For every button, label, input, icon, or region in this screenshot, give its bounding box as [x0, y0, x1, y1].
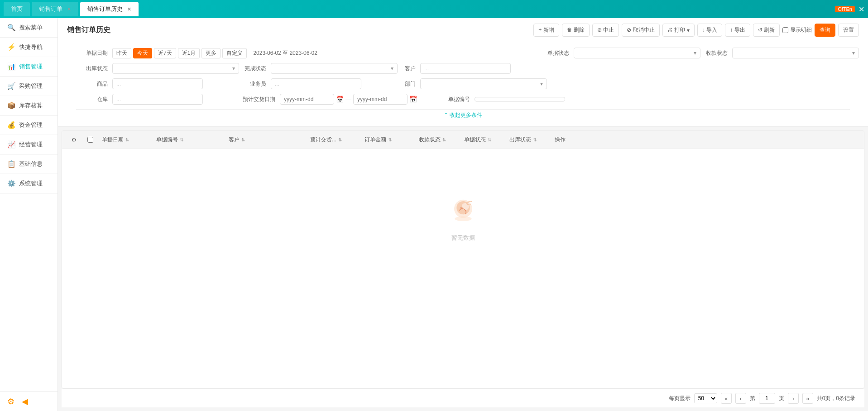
table-col-customer[interactable]: 客户 ⇅: [225, 136, 307, 144]
import-button[interactable]: ↓ 导入: [697, 24, 722, 37]
order-number-control: [475, 97, 592, 102]
settings-button[interactable]: 设置: [838, 24, 859, 37]
stop-button[interactable]: ⊘ 中止: [592, 24, 619, 37]
goods-input[interactable]: ...: [112, 78, 203, 89]
inventory-icon: 📦: [7, 102, 15, 110]
table-settings-icon[interactable]: ⚙: [72, 137, 77, 143]
page-label: 第: [750, 395, 755, 402]
total-text: 共0页，0条记录: [817, 395, 855, 402]
date-yesterday-btn[interactable]: 昨天: [112, 48, 131, 58]
tab-sales-order[interactable]: 销售订单 ✕: [32, 2, 78, 16]
delivery-date-start[interactable]: [280, 94, 334, 105]
tab-sales-order-history-close[interactable]: ✕: [127, 6, 131, 12]
tab-sales-order-close[interactable]: ✕: [67, 6, 71, 12]
page-size-select[interactable]: 50 20 100: [694, 393, 717, 403]
col-number-label: 单据编号: [156, 136, 178, 144]
table-col-date[interactable]: 单据日期 ⇅: [98, 136, 153, 144]
customer-input[interactable]: ...: [420, 63, 511, 74]
date-filter-control: 昨天 今天 近7天 近1月 更多 自定义 2023-06-02 至 2023-0…: [112, 48, 542, 58]
show-detail-checkbox[interactable]: [782, 27, 788, 33]
date-range-text: 2023-06-02 至 2023-06-02: [253, 49, 317, 57]
main-layout: 🔍 搜索菜单 ⚡ 快捷导航 📊 销售管理 🛒 采购管理 📦 库存核算 💰 资金管…: [0, 18, 868, 411]
print-label: 🖨 打印: [667, 26, 685, 34]
date-filter-label: 单据日期: [76, 49, 112, 57]
table-settings-col[interactable]: ⚙: [66, 137, 82, 143]
col-receipt-sort[interactable]: ⇅: [442, 137, 446, 142]
dept-select[interactable]: ▾: [420, 78, 547, 89]
table-col-out[interactable]: 出库状态 ⇅: [506, 136, 551, 144]
svg-point-3: [461, 203, 469, 210]
export-button[interactable]: ↑ 导出: [725, 24, 750, 37]
col-date-sort[interactable]: ⇅: [125, 137, 129, 142]
date-more-btn[interactable]: 更多: [201, 48, 221, 58]
table-col-amount[interactable]: 订单金额 ⇅: [361, 136, 415, 144]
show-detail-checkbox-label[interactable]: 显示明细: [782, 26, 812, 34]
calendar-start-icon[interactable]: 📅: [336, 96, 344, 103]
sidebar-item-quick-nav[interactable]: ⚡ 快捷导航: [0, 38, 58, 57]
page-number-input[interactable]: [759, 393, 775, 404]
date-7days-btn[interactable]: 近7天: [154, 48, 176, 58]
sidebar-item-sales-mgmt[interactable]: 📊 销售管理: [0, 57, 58, 77]
tab-sales-order-history[interactable]: 销售订单历史 ✕: [80, 2, 139, 16]
date-today-btn[interactable]: 今天: [133, 48, 152, 58]
complete-status-control: ▾: [271, 63, 388, 74]
last-page-btn[interactable]: »: [802, 393, 813, 404]
col-number-sort[interactable]: ⇅: [180, 137, 183, 142]
purchase-mgmt-icon: 🛒: [7, 82, 15, 90]
table-checkbox-col[interactable]: [82, 137, 98, 143]
prev-page-btn[interactable]: ‹: [735, 393, 746, 404]
salesperson-dots: ...: [275, 81, 279, 87]
print-button[interactable]: 🖨 打印 ▾: [662, 24, 695, 37]
page-size-label: 每页显示: [669, 395, 691, 402]
basic-info-icon: 📋: [7, 160, 15, 168]
table-col-status[interactable]: 单据状态 ⇅: [460, 136, 506, 144]
sidebar-item-basic-info[interactable]: 📋 基础信息: [0, 155, 58, 174]
table-select-all[interactable]: [87, 137, 93, 143]
warehouse-input[interactable]: ...: [112, 94, 203, 105]
sidebar-item-search-menu[interactable]: 🔍 搜索菜单: [0, 18, 58, 38]
date-1month-btn[interactable]: 近1月: [178, 48, 200, 58]
out-status-dropdown-icon: ▾: [232, 65, 235, 72]
system-mgmt-icon: ⚙️: [7, 179, 15, 188]
svg-point-1: [455, 216, 471, 221]
filter-row-2: 出库状态 ▾ 完成状态 ▾ 客户: [76, 63, 850, 74]
col-status-sort[interactable]: ⇅: [488, 137, 491, 142]
date-custom-btn[interactable]: 自定义: [222, 48, 247, 58]
col-amount-sort[interactable]: ⇅: [388, 137, 392, 142]
first-page-btn[interactable]: «: [721, 393, 732, 404]
receipt-status-select[interactable]: ▾: [732, 48, 859, 58]
col-out-sort[interactable]: ⇅: [533, 137, 537, 142]
col-customer-sort[interactable]: ⇅: [241, 137, 245, 142]
refresh-button[interactable]: ↺ 刷新: [753, 24, 780, 37]
delete-button[interactable]: 🗑 删除: [562, 24, 590, 37]
table-col-delivery[interactable]: 预计交货... ⇅: [307, 136, 361, 144]
tab-home[interactable]: 首页: [4, 2, 30, 16]
out-status-select[interactable]: ▾: [112, 63, 239, 74]
complete-status-select[interactable]: ▾: [271, 63, 398, 74]
calendar-end-icon[interactable]: 📅: [409, 96, 417, 103]
order-status-select[interactable]: ▾: [574, 48, 700, 58]
col-delivery-sort[interactable]: ⇅: [338, 137, 342, 142]
topbar-close-icon[interactable]: ✕: [858, 5, 864, 14]
sidebar-item-purchase-mgmt[interactable]: 🛒 采购管理: [0, 77, 58, 96]
query-button[interactable]: 查询: [815, 24, 835, 37]
sidebar-item-inventory[interactable]: 📦 库存核算: [0, 96, 58, 116]
cancel-stop-button[interactable]: ⊘ 取消中止: [622, 24, 659, 37]
collapse-row[interactable]: ⌃ 收起更多条件: [76, 109, 850, 121]
new-button[interactable]: + 新增: [533, 24, 559, 37]
next-page-btn[interactable]: ›: [788, 393, 799, 404]
sidebar-toggle-icon[interactable]: ◀: [22, 396, 28, 406]
sidebar-item-finance[interactable]: 💰 资金管理: [0, 116, 58, 135]
sidebar-item-operation-label: 经营管理: [19, 140, 43, 149]
sidebar-item-system-mgmt[interactable]: ⚙️ 系统管理: [0, 174, 58, 193]
salesperson-input[interactable]: ...: [271, 78, 361, 89]
page-title: 销售订单历史: [67, 25, 110, 35]
receipt-status-control: ▾: [732, 48, 850, 58]
sidebar-item-operation[interactable]: 📈 经营管理: [0, 135, 58, 155]
sidebar-settings-icon[interactable]: ⚙: [7, 396, 14, 406]
order-number-input[interactable]: [475, 97, 565, 102]
table-col-number[interactable]: 单据编号 ⇅: [153, 136, 225, 144]
table-col-receipt[interactable]: 收款状态 ⇅: [415, 136, 460, 144]
print-dropdown-icon[interactable]: ▾: [687, 27, 690, 34]
delivery-date-end[interactable]: [353, 94, 408, 105]
